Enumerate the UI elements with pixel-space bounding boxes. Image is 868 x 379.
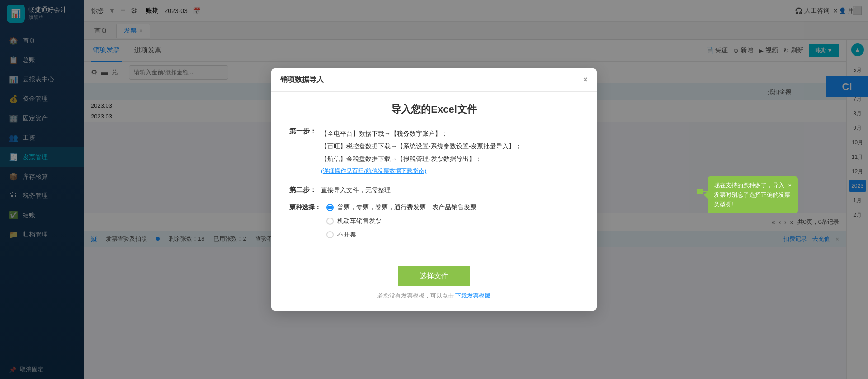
modal-overlay: 销项数据导入 × 导入您的Excel文件 第一步： 【全电平台】数据下载→【税务… — [0, 0, 868, 379]
radio-group: 普票，专票，卷票，通行费发票，农产品销售发票 机动车销售发票 不开票 — [326, 204, 476, 239]
select-file-btn[interactable]: 选择文件 — [398, 266, 470, 286]
step1-line1: 【全电平台】数据下载→【税务数字账户】； — [321, 127, 521, 140]
modal-close-btn[interactable]: × — [583, 75, 588, 85]
download-template-link[interactable]: 下载发票模版 — [455, 292, 491, 299]
tooltip-close-btn[interactable]: × — [788, 181, 792, 190]
modal-title-text: 销项数据导入 — [280, 75, 324, 85]
modal-body: 导入您的Excel文件 第一步： 【全电平台】数据下载→【税务数字账户】； 【百… — [271, 92, 597, 261]
radio-option-3[interactable]: 不开票 — [326, 231, 476, 239]
step-1: 第一步： 【全电平台】数据下载→【税务数字账户】； 【百旺】税控盘数据下载→【系… — [289, 127, 579, 177]
step2-label: 第二步： — [289, 186, 321, 194]
radio-option-2[interactable]: 机动车销售发票 — [326, 217, 476, 225]
tooltip-text: 现在支持的票种多了，导入发票时别忘了选择正确的发票类型呀! — [714, 182, 790, 208]
tooltip-line — [703, 191, 792, 192]
tooltip-dot — [697, 189, 703, 194]
ticket-selection: 票种选择： 普票，专票，卷票，通行费发票，农产品销售发票 机动车销售 — [289, 204, 579, 239]
step1-label: 第一步： — [289, 127, 321, 177]
step1-line2: 【百旺】税控盘数据下载→【系统设置-系统参数设置-发票批量导入】； — [321, 140, 521, 152]
import-modal: 销项数据导入 × 导入您的Excel文件 第一步： 【全电平台】数据下载→【税务… — [271, 68, 597, 311]
radio-circle-3 — [326, 231, 334, 238]
tooltip-box: × 现在支持的票种多了，导入发票时别忘了选择正确的发票类型呀! — [708, 176, 798, 213]
radio-circle-2 — [326, 218, 334, 225]
modal-content-title: 导入您的Excel文件 — [289, 103, 579, 116]
modal-header: 销项数据导入 × — [271, 68, 597, 92]
radio-circle-1 — [326, 204, 334, 211]
step1-guide-link[interactable]: (详细操作见百旺/航信发票数据下载指南) — [321, 165, 521, 177]
step1-line3: 【航信】金税盘数据下载→【报税管理-发票数据导出】； — [321, 152, 521, 165]
step-2: 第二步： 直接导入文件，无需整理 — [289, 186, 579, 194]
radio-option-1[interactable]: 普票，专票，卷票，通行费发票，农产品销售发票 — [326, 204, 476, 212]
modal-footer: 选择文件 若您没有发票模板，可以点击 下载发票模版 — [271, 261, 597, 311]
footer-note: 若您没有发票模板，可以点击 下载发票模版 — [377, 292, 491, 300]
ticket-label: 票种选择： — [289, 204, 321, 239]
step2-content: 直接导入文件，无需整理 — [321, 186, 391, 194]
step1-content: 【全电平台】数据下载→【税务数字账户】； 【百旺】税控盘数据下载→【系统设置-系… — [321, 127, 521, 177]
